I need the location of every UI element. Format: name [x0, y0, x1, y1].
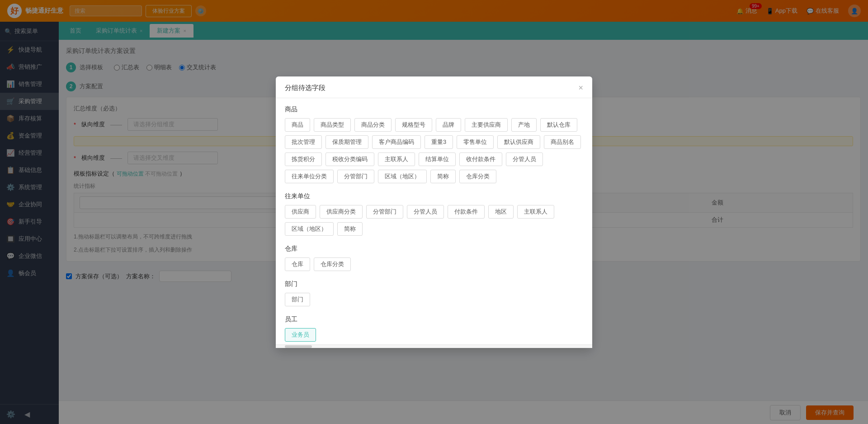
field-tag-employee-0[interactable]: 业务员	[285, 328, 316, 342]
field-tag-goods-1[interactable]: 商品类型	[314, 118, 351, 132]
section-title-department: 部门	[285, 280, 583, 288]
field-tag-partner-5[interactable]: 地区	[488, 205, 514, 219]
field-tag-goods-21[interactable]: 往来单位分类	[285, 170, 334, 183]
field-tags-employee: 业务员	[285, 328, 583, 342]
field-tag-goods-23[interactable]: 区域（地区）	[378, 170, 427, 183]
field-tag-goods-20[interactable]: 分管人员	[506, 152, 543, 166]
field-tag-partner-1[interactable]: 供应商分类	[320, 205, 363, 219]
field-tag-warehouse-0[interactable]: 仓库	[285, 257, 310, 271]
field-tag-goods-18[interactable]: 结算单位	[419, 152, 456, 166]
field-tag-partner-2[interactable]: 分管部门	[366, 205, 403, 219]
field-tag-partner-0[interactable]: 供应商	[285, 205, 316, 219]
field-tag-goods-14[interactable]: 商品别名	[544, 135, 581, 149]
field-tag-goods-15[interactable]: 拣货积分	[285, 152, 322, 166]
field-tag-partner-7[interactable]: 区域（地区）	[285, 222, 334, 236]
modal-dialog: 分组待选字段 × 商品商品商品类型商品分类规格型号品牌主要供应商产地默认仓库批次…	[276, 76, 592, 348]
section-title-partner: 往来单位	[285, 192, 583, 200]
field-tag-goods-24[interactable]: 简称	[430, 170, 456, 183]
hscroll-thumb	[285, 345, 312, 348]
field-tag-goods-19[interactable]: 收付款条件	[459, 152, 502, 166]
field-tag-partner-4[interactable]: 付款条件	[448, 205, 485, 219]
field-tag-goods-11[interactable]: 重量3	[425, 135, 453, 149]
field-tag-goods-0[interactable]: 商品	[285, 118, 310, 132]
field-tags-warehouse: 仓库仓库分类	[285, 257, 583, 271]
section-partner: 往来单位供应商供应商分类分管部门分管人员付款条件地区主联系人区域（地区）简称	[285, 192, 583, 236]
field-tag-partner-8[interactable]: 简称	[337, 222, 363, 236]
field-tag-goods-12[interactable]: 零售单位	[457, 135, 494, 149]
field-tags-goods: 商品商品类型商品分类规格型号品牌主要供应商产地默认仓库批次管理保质期管理客户商品…	[285, 118, 583, 183]
field-tag-goods-6[interactable]: 产地	[511, 118, 537, 132]
field-tags-department: 部门	[285, 293, 583, 306]
modal-title: 分组待选字段	[285, 84, 326, 92]
field-tag-goods-7[interactable]: 默认仓库	[540, 118, 577, 132]
field-tag-goods-8[interactable]: 批次管理	[285, 135, 322, 149]
field-tag-goods-17[interactable]: 主联系人	[378, 152, 415, 166]
field-tag-goods-25[interactable]: 仓库分类	[459, 170, 496, 183]
section-title-employee: 员工	[285, 315, 583, 324]
section-department: 部门部门	[285, 280, 583, 306]
modal-close-btn[interactable]: ×	[578, 84, 583, 92]
field-tag-goods-10[interactable]: 客户商品编码	[372, 135, 421, 149]
section-employee: 员工业务员	[285, 315, 583, 342]
modal-overlay: 分组待选字段 × 商品商品商品类型商品分类规格型号品牌主要供应商产地默认仓库批次…	[0, 0, 868, 424]
field-tags-partner: 供应商供应商分类分管部门分管人员付款条件地区主联系人区域（地区）简称	[285, 205, 583, 236]
field-tag-goods-3[interactable]: 规格型号	[395, 118, 432, 132]
field-tag-goods-9[interactable]: 保质期管理	[326, 135, 368, 149]
section-title-warehouse: 仓库	[285, 245, 583, 253]
field-tag-goods-2[interactable]: 商品分类	[354, 118, 392, 132]
field-tag-goods-4[interactable]: 品牌	[436, 118, 461, 132]
section-title-goods: 商品	[285, 105, 583, 114]
field-tag-department-0[interactable]: 部门	[285, 293, 310, 306]
field-tag-partner-3[interactable]: 分管人员	[407, 205, 444, 219]
field-tag-goods-22[interactable]: 分管部门	[337, 170, 374, 183]
section-warehouse: 仓库仓库仓库分类	[285, 245, 583, 271]
modal-hscroll[interactable]	[276, 344, 592, 348]
field-tag-warehouse-1[interactable]: 仓库分类	[314, 257, 351, 271]
field-tag-partner-6[interactable]: 主联系人	[517, 205, 554, 219]
field-tag-goods-5[interactable]: 主要供应商	[465, 118, 508, 132]
field-tag-goods-13[interactable]: 默认供应商	[497, 135, 540, 149]
modal-header: 分组待选字段 ×	[276, 76, 592, 98]
modal-body: 商品商品商品类型商品分类规格型号品牌主要供应商产地默认仓库批次管理保质期管理客户…	[276, 98, 592, 344]
section-goods: 商品商品商品类型商品分类规格型号品牌主要供应商产地默认仓库批次管理保质期管理客户…	[285, 105, 583, 183]
field-tag-goods-16[interactable]: 税收分类编码	[326, 152, 374, 166]
